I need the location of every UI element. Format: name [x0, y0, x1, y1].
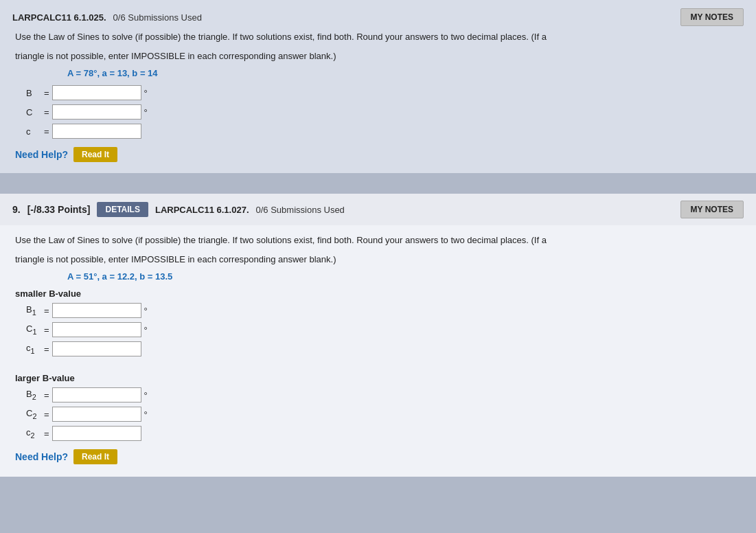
top-read-it-button[interactable]: Read It	[73, 147, 117, 162]
larger-c2-upper-input[interactable]	[52, 407, 141, 422]
larger-c2-lower-row: c2 =	[12, 426, 744, 441]
top-equals-c-lower: =	[44, 126, 49, 137]
top-input-c-upper[interactable]	[52, 104, 141, 120]
smaller-c1-lower-input[interactable]	[52, 341, 141, 356]
section-9-submissions: 0/6 Submissions Used	[256, 205, 345, 215]
section-9-header: 9. [-/8.33 Points] DETAILS LARPCALC11 6.…	[0, 194, 756, 225]
larger-b2-equals: =	[44, 390, 49, 400]
larger-b2-label: B2	[26, 389, 41, 401]
top-degree-c-upper: °	[144, 107, 148, 117]
spacer	[0, 180, 756, 187]
section-9-need-help-label: Need Help?	[15, 451, 68, 462]
larger-c2-upper-equals: =	[44, 409, 49, 420]
page-container: LARPCALC11 6.1.025. 0/6 Submissions Used…	[0, 0, 756, 477]
top-header-left: LARPCALC11 6.1.025. 0/6 Submissions Used	[12, 12, 202, 23]
top-problem-text-2: triangle is not possible, enter IMPOSSIB…	[12, 49, 744, 63]
section-9-header-left: 9. [-/8.33 Points] DETAILS LARPCALC11 6.…	[12, 202, 345, 217]
larger-c2-lower-input[interactable]	[52, 426, 141, 441]
section-9-details-button[interactable]: DETAILS	[97, 202, 148, 217]
top-problem-header: LARPCALC11 6.1.025. 0/6 Submissions Used…	[12, 8, 744, 26]
top-equation: A = 78°, a = 13, b = 14	[12, 68, 744, 78]
larger-c2-upper-row: C2 = °	[12, 407, 744, 422]
top-submissions: 0/6 Submissions Used	[113, 12, 202, 23]
top-problem-section: LARPCALC11 6.1.025. 0/6 Submissions Used…	[0, 0, 756, 173]
top-problem-text-1: Use the Law of Sines to solve (if possib…	[12, 30, 744, 44]
top-need-help-label: Need Help?	[15, 149, 68, 160]
larger-c2-upper-degree: °	[144, 409, 148, 420]
section-9-points: [-/8.33 Points]	[27, 204, 91, 215]
section-9-need-help-row: Need Help? Read It	[12, 449, 744, 464]
smaller-b1-input[interactable]	[52, 303, 141, 318]
section-9-problem-id: LARPCALC11 6.1.027.	[155, 205, 249, 215]
smaller-c1-upper-input[interactable]	[52, 322, 141, 337]
smaller-b1-label: B1	[26, 304, 41, 317]
larger-c2-upper-label: C2	[26, 408, 41, 420]
smaller-b1-row: B1 = °	[12, 303, 744, 318]
section-9-body: Use the Law of Sines to solve (if possib…	[0, 225, 756, 477]
top-my-notes-button[interactable]: MY NOTES	[680, 8, 744, 26]
top-degree-b: °	[144, 88, 148, 98]
smaller-c1-lower-row: c1 =	[12, 341, 744, 356]
section-9-number: 9.	[12, 204, 21, 215]
section-9-read-it-button[interactable]: Read It	[73, 449, 117, 464]
smaller-b1-degree: °	[144, 306, 148, 316]
spacer-2	[12, 361, 744, 367]
larger-c2-lower-label: c2	[26, 427, 41, 440]
top-input-row-b: B = °	[12, 85, 744, 100]
smaller-c1-upper-equals: =	[44, 325, 49, 335]
section-9-my-notes-button[interactable]: MY NOTES	[680, 201, 744, 218]
top-equals-c-upper: =	[44, 107, 49, 117]
larger-b2-row: B2 = °	[12, 387, 744, 402]
smaller-c1-lower-equals: =	[44, 344, 49, 354]
larger-b2-degree: °	[144, 390, 148, 400]
top-problem-id: LARPCALC11 6.1.025.	[12, 12, 106, 23]
smaller-b1-equals: =	[44, 306, 49, 316]
top-input-row-c-upper: C = °	[12, 104, 744, 120]
smaller-c1-lower-label: c1	[26, 343, 41, 355]
larger-b-label: larger B-value	[12, 373, 744, 383]
top-input-row-c-lower: c =	[12, 124, 744, 139]
top-label-b: B	[26, 88, 41, 98]
larger-c2-lower-equals: =	[44, 429, 49, 439]
smaller-c1-upper-row: C1 = °	[12, 322, 744, 337]
smaller-b-label: smaller B-value	[12, 288, 744, 299]
section-9: 9. [-/8.33 Points] DETAILS LARPCALC11 6.…	[0, 194, 756, 477]
top-label-c-lower: c	[26, 126, 41, 137]
smaller-c1-upper-label: C1	[26, 324, 41, 336]
section-9-equation: A = 51°, a = 12.2, b = 13.5	[12, 271, 744, 282]
top-input-c-lower[interactable]	[52, 124, 141, 139]
smaller-c1-upper-degree: °	[144, 325, 148, 335]
section-9-text-1: Use the Law of Sines to solve (if possib…	[12, 234, 744, 247]
top-label-c-upper: C	[26, 107, 41, 117]
larger-b2-input[interactable]	[52, 387, 141, 402]
top-need-help-row: Need Help? Read It	[12, 147, 744, 162]
top-input-b[interactable]	[52, 85, 141, 100]
top-equals-b: =	[44, 88, 49, 98]
section-9-text-2: triangle is not possible, enter IMPOSSIB…	[12, 253, 744, 266]
